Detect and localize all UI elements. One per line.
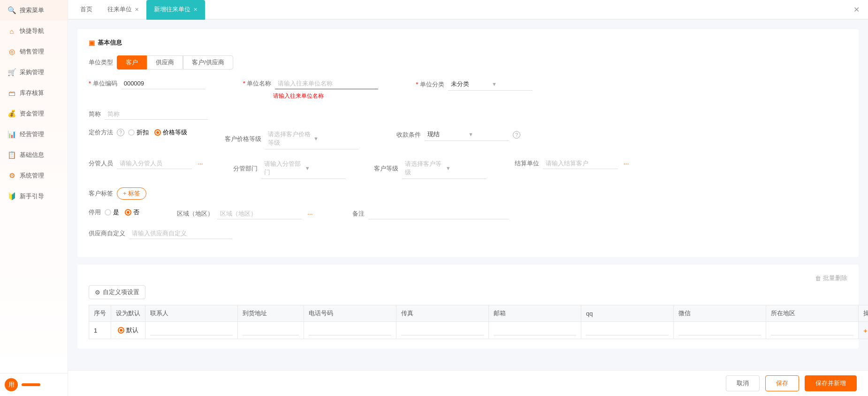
unit-category-label: 单位分类 xyxy=(416,80,444,89)
qq-input[interactable] xyxy=(586,325,669,335)
window-close-button[interactable]: ✕ xyxy=(850,5,863,14)
home-icon: ⌂ xyxy=(8,27,16,35)
cell-action: + 🗑 xyxy=(859,322,868,339)
basic-info-section: ▣ 基本信息 单位类型 客户 供应商 客户/供应商 单位编码 xyxy=(77,29,859,257)
remark-input[interactable] xyxy=(368,208,509,219)
unit-category-select[interactable]: 未分类 ▼ xyxy=(448,78,533,91)
unit-code-input[interactable] xyxy=(121,78,206,89)
customer-tag-label: 客户标签 xyxy=(89,189,113,198)
customer-level-select[interactable]: 请选择客户等级 ▼ xyxy=(402,158,487,179)
department-select[interactable]: 请输入分管部门 ▼ xyxy=(261,158,346,179)
tab-partner-close[interactable]: ✕ xyxy=(135,7,139,13)
disabled-row: 停用 是 否 区域（地区） xyxy=(89,208,847,219)
cell-qq[interactable] xyxy=(581,322,674,339)
payment-terms-value: 现结 xyxy=(427,130,465,139)
short-name-input[interactable] xyxy=(105,109,208,120)
sidebar-item-sales[interactable]: ◎ 销售管理 xyxy=(0,41,68,62)
batch-delete-button[interactable]: 🗑 批量删除 xyxy=(815,274,847,282)
cell-region[interactable] xyxy=(766,322,859,339)
unit-name-input[interactable] xyxy=(275,78,378,89)
region-more-btn[interactable]: ··· xyxy=(305,210,315,217)
cell-fax[interactable] xyxy=(396,322,489,339)
fax-input[interactable] xyxy=(401,325,484,335)
radio-discount[interactable]: 折扣 xyxy=(128,128,149,137)
supplier-custom-input[interactable] xyxy=(129,228,232,239)
main-panel: 首页 往来单位 ✕ 新增往来单位 ✕ ✕ ▣ 基本信息 单位类型 客户 xyxy=(68,0,868,396)
add-tag-button[interactable]: + 标签 xyxy=(117,187,146,200)
col-fax: 传真 xyxy=(396,305,489,322)
type-btn-supplier[interactable]: 供应商 xyxy=(147,55,183,70)
type-btn-both[interactable]: 客户/供应商 xyxy=(183,55,233,70)
department-label: 分管部门 xyxy=(233,164,258,173)
unit-info-row: 单位编码 单位名称 请输入往来单位名称 单位分类 xyxy=(89,78,847,100)
phone-input[interactable] xyxy=(309,325,391,335)
sidebar-item-inventory[interactable]: 🗃 库存核算 xyxy=(0,83,68,103)
email-input[interactable] xyxy=(494,325,576,335)
cell-contact[interactable] xyxy=(145,322,238,339)
table-region-input[interactable] xyxy=(771,325,853,335)
contact-input[interactable] xyxy=(150,325,233,335)
customer-tag-field: 客户标签 + 标签 xyxy=(89,187,146,200)
radio-default-circle xyxy=(118,327,124,334)
cell-phone[interactable] xyxy=(304,322,396,339)
manager-more-btn[interactable]: ··· xyxy=(196,160,205,167)
save-button[interactable]: 保存 xyxy=(765,375,799,391)
save-and-new-button[interactable]: 保存并新增 xyxy=(805,375,857,391)
sidebar-item-operations[interactable]: 📊 经营管理 xyxy=(0,124,68,145)
purchase-icon: 🛒 xyxy=(8,68,16,77)
type-btn-customer[interactable]: 客户 xyxy=(117,55,147,70)
unit-category-value: 未分类 xyxy=(451,80,489,88)
manager-input[interactable] xyxy=(117,158,192,169)
payment-terms-field: 收款条件 现结 ▼ ? xyxy=(396,128,520,141)
sidebar-item-purchase[interactable]: 🛒 采购管理 xyxy=(0,62,68,83)
type-buttons-group: 客户 供应商 客户/供应商 xyxy=(117,55,233,70)
radio-yes[interactable]: 是 xyxy=(105,208,119,217)
cell-address[interactable] xyxy=(238,322,304,339)
sidebar-item-guide[interactable]: 🔰 新手引导 xyxy=(0,186,68,207)
cell-default: 默认 xyxy=(111,322,145,339)
cell-wechat[interactable] xyxy=(674,322,766,339)
tag-row: 客户标签 + 标签 xyxy=(89,187,847,200)
customer-price-level-select[interactable]: 请选择客户价格等级 ▼ xyxy=(265,128,359,149)
col-index: 序号 xyxy=(89,305,111,322)
settlement-more-btn[interactable]: ··· xyxy=(622,160,631,167)
customer-price-level-field: 客户价格等级 请选择客户价格等级 ▼ xyxy=(225,128,359,149)
address-input[interactable] xyxy=(243,325,299,335)
sidebar-item-quick-nav[interactable]: ⌂ 快捷导航 xyxy=(0,21,68,41)
cell-email[interactable] xyxy=(489,322,581,339)
chevron-down-icon: ▼ xyxy=(492,81,530,87)
sidebar-item-basic[interactable]: 📋 基础信息 xyxy=(0,145,68,165)
tab-bar: 首页 往来单位 ✕ 新增往来单位 ✕ ✕ xyxy=(68,0,868,20)
finance-icon: 💰 xyxy=(8,109,16,118)
tab-new-partner[interactable]: 新增往来单位 ✕ xyxy=(146,0,205,20)
radio-no[interactable]: 否 xyxy=(125,208,139,217)
tab-new-partner-close[interactable]: ✕ xyxy=(193,7,198,13)
sidebar-item-system[interactable]: ⚙ 系统管理 xyxy=(0,165,68,186)
settlement-field: 结算单位 ··· xyxy=(515,158,631,169)
pricing-method-label: 定价方法 xyxy=(89,128,113,137)
wechat-input[interactable] xyxy=(678,325,761,335)
sidebar-search[interactable]: 🔍 搜索菜单 xyxy=(0,0,68,21)
help-icon-pricing[interactable]: ? xyxy=(117,129,124,136)
settlement-input[interactable] xyxy=(543,158,618,169)
usage-bar xyxy=(22,383,40,386)
tab-home[interactable]: 首页 xyxy=(73,0,100,20)
unit-name-field: 单位名称 请输入往来单位名称 xyxy=(243,78,379,100)
settlement-label: 结算单位 xyxy=(515,159,539,168)
tab-partner[interactable]: 往来单位 ✕ xyxy=(100,0,146,20)
add-row-btn[interactable]: + xyxy=(863,326,868,334)
unit-code-label: 单位编码 xyxy=(89,79,117,88)
chevron-down-icon3: ▼ xyxy=(468,132,506,137)
region-input[interactable] xyxy=(217,208,302,219)
custom-settings-button[interactable]: ⚙ 自定义项设置 xyxy=(89,285,145,299)
disabled-radio-group: 是 否 xyxy=(105,208,139,217)
radio-price-level[interactable]: 价格等级 xyxy=(154,128,187,137)
payment-terms-select[interactable]: 现结 ▼ xyxy=(425,128,509,141)
sidebar-item-finance[interactable]: 💰 资金管理 xyxy=(0,103,68,124)
cancel-button[interactable]: 取消 xyxy=(726,375,760,391)
help-icon-payment[interactable]: ? xyxy=(513,131,520,139)
table-section: 🗑 批量删除 ⚙ 自定义项设置 序号 设为默认 联系人 到货地址 电话号码 传真 xyxy=(77,264,859,349)
radio-default[interactable]: 默认 xyxy=(116,326,140,334)
trash-icon: 🗑 xyxy=(815,275,821,282)
short-name-field: 简称 xyxy=(89,109,208,120)
